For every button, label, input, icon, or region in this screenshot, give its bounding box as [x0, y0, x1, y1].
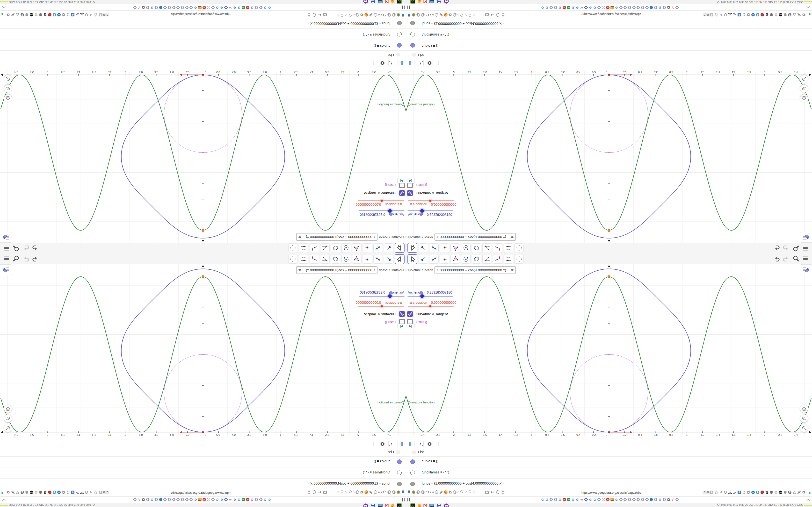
img-icon[interactable]: [610, 498, 614, 501]
globe-icon[interactable]: [435, 13, 439, 17]
home-button[interactable]: [800, 95, 808, 102]
g-icon[interactable]: G: [571, 6, 575, 9]
balloon-icon[interactable]: [407, 490, 411, 494]
globeD-icon[interactable]: [788, 490, 792, 494]
tool-slider-button[interactable]: a=2: [299, 243, 308, 253]
arrR-icon[interactable]: [89, 13, 93, 17]
gearG-icon[interactable]: [747, 13, 750, 17]
undo-button[interactable]: [773, 255, 779, 262]
tool-conic-button[interactable]: [331, 243, 340, 253]
downC-icon[interactable]: [52, 490, 56, 494]
thumb-icon[interactable]: [793, 490, 796, 494]
arc-length-slider[interactable]: [359, 210, 405, 211]
g-icon[interactable]: G: [541, 498, 545, 501]
reload-icon[interactable]: [85, 13, 89, 17]
ros-icon[interactable]: [597, 6, 601, 9]
ros-icon[interactable]: [654, 6, 658, 9]
zoomin-button[interactable]: [4, 85, 12, 93]
star-icon[interactable]: [94, 490, 98, 494]
down-icon[interactable]: [728, 13, 732, 17]
ring11-icon[interactable]: [341, 490, 344, 493]
tool-perpendicular-button[interactable]: [363, 254, 372, 264]
visibility-toggle[interactable]: [397, 21, 402, 25]
ring8-icon[interactable]: [337, 491, 339, 493]
folder-icon[interactable]: [485, 490, 489, 494]
arrL-icon[interactable]: [317, 13, 322, 17]
ros-icon[interactable]: [181, 6, 185, 9]
shieldG-icon[interactable]: [25, 13, 29, 17]
redo-button[interactable]: [23, 255, 29, 262]
bdot-icon[interactable]: [649, 498, 653, 501]
downC-icon[interactable]: [756, 13, 760, 17]
arc-position-slider-knob[interactable]: [380, 305, 383, 307]
lock-icon[interactable]: [501, 13, 505, 17]
info-icon[interactable]: i: [207, 6, 210, 9]
g-icon[interactable]: G: [593, 498, 597, 501]
ros-icon[interactable]: [172, 498, 176, 501]
ring8-icon[interactable]: [473, 14, 475, 16]
ring8-icon[interactable]: [345, 491, 347, 493]
tool-perpendicular-button[interactable]: [440, 254, 449, 264]
mask-icon[interactable]: [444, 503, 449, 507]
globe-icon[interactable]: [416, 13, 420, 17]
terminal-icon[interactable]: [397, 503, 402, 507]
gearD-icon[interactable]: [667, 498, 670, 501]
gearD-icon[interactable]: [667, 6, 670, 9]
tool-move-graphics-button[interactable]: [514, 243, 524, 253]
transB-icon[interactable]: A: [737, 490, 741, 494]
bdot-icon[interactable]: [159, 6, 163, 9]
tool-slider-button[interactable]: a=2: [504, 243, 513, 253]
tool-point-button[interactable]: A: [418, 254, 428, 264]
down-icon[interactable]: [80, 13, 84, 17]
home-button[interactable]: [4, 405, 12, 412]
floppy-icon[interactable]: 64: [370, 503, 375, 507]
tool-move-graphics-button[interactable]: [288, 243, 298, 253]
gauge-icon[interactable]: [383, 490, 387, 494]
firefox-icon[interactable]: [417, 504, 421, 507]
algebra-tree-button[interactable]: [408, 60, 414, 66]
tool-conic-button[interactable]: [331, 254, 340, 264]
arc-length-slider-knob[interactable]: [420, 294, 424, 298]
algebra-row-2[interactable]: funcNames = {" "}: [0, 29, 406, 40]
menu-button[interactable]: [3, 255, 10, 262]
tool-move-graphics-button[interactable]: [514, 254, 524, 264]
undo-button[interactable]: [33, 245, 39, 252]
terminal-icon[interactable]: [410, 503, 415, 507]
shieldO-icon[interactable]: [312, 13, 316, 17]
ros-icon[interactable]: [185, 6, 189, 9]
tool-point-button[interactable]: A: [384, 243, 394, 253]
globeO-icon[interactable]: [39, 13, 43, 17]
floppy-icon[interactable]: 64: [437, 0, 442, 4]
redo-button[interactable]: [783, 245, 789, 252]
arc-position-slider[interactable]: [358, 306, 404, 306]
g-icon[interactable]: G: [233, 6, 237, 9]
gearG-icon[interactable]: [360, 13, 364, 17]
graphics-view[interactable]: -2.4-2.2-2-1.8-1.6-1.4-1.2-1-0.8-0.6-0.4…: [406, 71, 812, 243]
ya-icon[interactable]: R: [562, 6, 566, 9]
downC-icon[interactable]: [52, 13, 56, 17]
floppy-icon[interactable]: 64: [437, 503, 442, 507]
g-icon[interactable]: G: [194, 498, 197, 501]
menu-button[interactable]: [802, 245, 809, 252]
balloon-icon[interactable]: [407, 13, 411, 17]
tool-move-graphics-button[interactable]: [288, 254, 298, 264]
algebra-row-2[interactable]: funcNames = {" "}: [0, 467, 406, 478]
shieldG-icon[interactable]: [783, 13, 787, 17]
wrench-icon[interactable]: [369, 13, 373, 17]
search-button[interactable]: [13, 255, 19, 262]
monitor-icon[interactable]: [377, 503, 383, 507]
g-icon[interactable]: G: [150, 498, 154, 501]
play-step-button[interactable]: [407, 178, 414, 183]
trash-icon[interactable]: [765, 490, 769, 494]
ring11-icon[interactable]: [341, 14, 344, 17]
ring8-icon[interactable]: [353, 491, 355, 493]
ros-icon[interactable]: [623, 6, 627, 9]
wrench-icon[interactable]: [439, 13, 443, 17]
ros-icon[interactable]: [259, 6, 263, 9]
url-text[interactable]: https://www.geogebra.org/classic/aagcxh3…: [581, 491, 641, 495]
ros-icon[interactable]: [185, 498, 189, 501]
g-icon[interactable]: G: [589, 498, 592, 501]
ya-icon[interactable]: R: [246, 6, 250, 9]
g-icon[interactable]: G: [150, 6, 154, 9]
chevron-down-icon[interactable]: [510, 269, 514, 271]
